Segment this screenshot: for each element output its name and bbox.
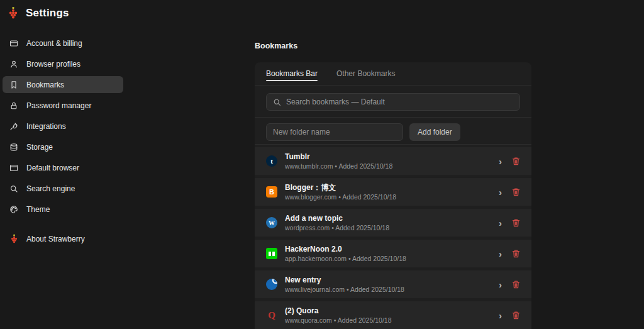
bookmark-text: (2) Quora www.quora.com • Added 2025/10/… xyxy=(285,306,499,324)
bookmark-text: Blogger：博文 www.blogger.com • Added 2025/… xyxy=(285,183,499,201)
delete-bookmark-button[interactable] xyxy=(512,157,520,165)
section-heading: Bookmarks xyxy=(255,42,531,50)
bookmark-meta: wordpress.com • Added 2025/10/18 xyxy=(285,224,499,231)
bookmark-title: New entry xyxy=(285,276,499,284)
plug-icon xyxy=(9,122,19,131)
magnifier-icon xyxy=(9,184,19,193)
sidebar-item-bookmarks[interactable]: Bookmarks xyxy=(3,76,123,93)
delete-bookmark-button[interactable] xyxy=(512,249,520,258)
trash-icon xyxy=(512,311,520,320)
sidebar-item-search-engine[interactable]: Search engine xyxy=(3,180,123,197)
meta-separator: • xyxy=(348,255,351,262)
bookmark-list: t Tumblr www.tumblr.com • Added 2025/10/… xyxy=(255,147,531,329)
delete-bookmark-button[interactable] xyxy=(512,187,520,196)
new-folder-input[interactable] xyxy=(266,123,403,141)
bookmark-text: HackerNoon 2.0 app.hackernoon.com • Adde… xyxy=(285,245,499,262)
bookmark-title: Add a new topic xyxy=(285,214,499,223)
sidebar-item-password-manager[interactable]: Password manager xyxy=(3,97,123,114)
bookmark-row-livejournal[interactable]: New entry www.livejournal.com • Added 20… xyxy=(255,270,531,298)
bookmarks-panel: Bookmarks Bookmarks Bar Other Bookmarks … xyxy=(255,42,531,329)
search-input[interactable] xyxy=(286,98,513,106)
bookmark-title: HackerNoon 2.0 xyxy=(285,245,499,254)
bookmark-meta: www.tumblr.com • Added 2025/10/18 xyxy=(285,162,499,170)
bookmark-url: www.blogger.com xyxy=(285,193,336,201)
trash-icon xyxy=(512,187,520,196)
sidebar-item-label: Default browser xyxy=(26,164,79,172)
palette-icon xyxy=(9,205,19,214)
credit-card-icon xyxy=(9,39,19,48)
sidebar-item-integrations[interactable]: Integrations xyxy=(3,118,123,135)
bookmark-text: Tumblr www.tumblr.com • Added 2025/10/18 xyxy=(285,152,499,170)
meta-separator: • xyxy=(331,224,334,231)
lock-icon xyxy=(9,101,19,110)
bookmark-url: www.tumblr.com xyxy=(285,162,333,170)
app-header: Settings xyxy=(7,6,69,20)
tab-bookmarks-bar[interactable]: Bookmarks Bar xyxy=(266,62,318,85)
sidebar-item-default-browser[interactable]: Default browser xyxy=(3,159,123,176)
bookmark-row-wordpress[interactable]: W Add a new topic wordpress.com • Added … xyxy=(255,209,531,237)
bookmark-meta: www.blogger.com • Added 2025/10/18 xyxy=(285,193,499,201)
sidebar-item-account-billing[interactable]: Account & billing xyxy=(3,35,123,52)
hackernoon-favicon xyxy=(266,248,277,259)
sidebar-item-label: Search engine xyxy=(26,184,75,193)
bookmark-url: wordpress.com xyxy=(285,224,330,231)
sidebar-item-label: Theme xyxy=(26,205,50,214)
add-folder-button[interactable]: Add folder xyxy=(409,123,460,141)
sidebar-item-label: Account & billing xyxy=(26,39,82,48)
bookmark-meta: www.quora.com • Added 2025/10/18 xyxy=(285,316,499,324)
chevron-right-icon[interactable]: › xyxy=(499,187,502,197)
search-icon xyxy=(273,98,281,106)
folder-form: Add folder xyxy=(255,118,531,145)
wordpress-favicon: W xyxy=(266,217,277,228)
delete-bookmark-button[interactable] xyxy=(512,280,520,289)
settings-sidebar: Account & billing Browser profiles Bookm… xyxy=(3,35,123,251)
trash-icon xyxy=(512,249,520,258)
bookmarks-tabs: Bookmarks Bar Other Bookmarks xyxy=(255,62,531,86)
bookmark-url: www.quora.com xyxy=(285,316,332,324)
sidebar-item-storage[interactable]: Storage xyxy=(3,138,123,155)
bookmark-added-date: Added 2025/10/18 xyxy=(350,286,404,293)
chevron-right-icon[interactable]: › xyxy=(499,218,502,228)
strawberry-logo xyxy=(7,6,19,20)
page-title: Settings xyxy=(26,7,69,20)
sidebar-item-about-strawberry[interactable]: About Strawberry xyxy=(3,230,123,247)
bookmark-row-hackernoon[interactable]: HackerNoon 2.0 app.hackernoon.com • Adde… xyxy=(255,240,531,267)
bookmark-text: Add a new topic wordpress.com • Added 20… xyxy=(285,214,499,231)
bookmark-title: Tumblr xyxy=(285,152,499,161)
chevron-right-icon[interactable]: › xyxy=(499,249,502,259)
trash-icon xyxy=(512,157,520,165)
bookmark-meta: app.hackernoon.com • Added 2025/10/18 xyxy=(285,255,499,262)
sidebar-item-label: About Strawberry xyxy=(26,235,85,243)
chevron-right-icon[interactable]: › xyxy=(499,311,502,320)
bookmark-icon xyxy=(9,81,19,89)
strawberry-logo-icon xyxy=(9,235,19,243)
chevron-right-icon[interactable]: › xyxy=(499,157,502,166)
livejournal-favicon xyxy=(266,279,277,290)
bookmark-row-tumblr[interactable]: t Tumblr www.tumblr.com • Added 2025/10/… xyxy=(255,147,531,175)
meta-separator: • xyxy=(335,162,337,170)
sidebar-item-label: Integrations xyxy=(26,122,66,131)
sidebar-item-label: Bookmarks xyxy=(26,81,64,89)
person-icon xyxy=(9,60,19,69)
sidebar-item-browser-profiles[interactable]: Browser profiles xyxy=(3,55,123,72)
bookmark-added-date: Added 2025/10/18 xyxy=(338,162,392,170)
browser-window-icon xyxy=(9,164,19,172)
bookmark-added-date: Added 2025/10/18 xyxy=(342,193,396,201)
bookmark-added-date: Added 2025/10/18 xyxy=(338,316,392,324)
bookmark-added-date: Added 2025/10/18 xyxy=(335,224,389,231)
blogger-favicon: B xyxy=(266,186,277,198)
chevron-right-icon[interactable]: › xyxy=(499,280,502,289)
bookmark-meta: www.livejournal.com • Added 2025/10/18 xyxy=(285,286,499,293)
delete-bookmark-button[interactable] xyxy=(512,311,520,320)
sidebar-item-label: Storage xyxy=(26,143,53,152)
bookmark-row-blogger[interactable]: B Blogger：博文 www.blogger.com • Added 202… xyxy=(255,178,531,206)
bookmark-title: Blogger：博文 xyxy=(285,183,499,192)
tab-other-bookmarks[interactable]: Other Bookmarks xyxy=(336,62,395,85)
bookmark-url: www.livejournal.com xyxy=(285,286,345,293)
meta-separator: • xyxy=(347,286,349,293)
sidebar-item-theme[interactable]: Theme xyxy=(3,201,123,218)
bookmark-row-quora[interactable]: Q (2) Quora www.quora.com • Added 2025/1… xyxy=(255,301,531,329)
delete-bookmark-button[interactable] xyxy=(512,218,520,227)
search-box[interactable] xyxy=(266,93,520,111)
trash-icon xyxy=(512,280,520,289)
